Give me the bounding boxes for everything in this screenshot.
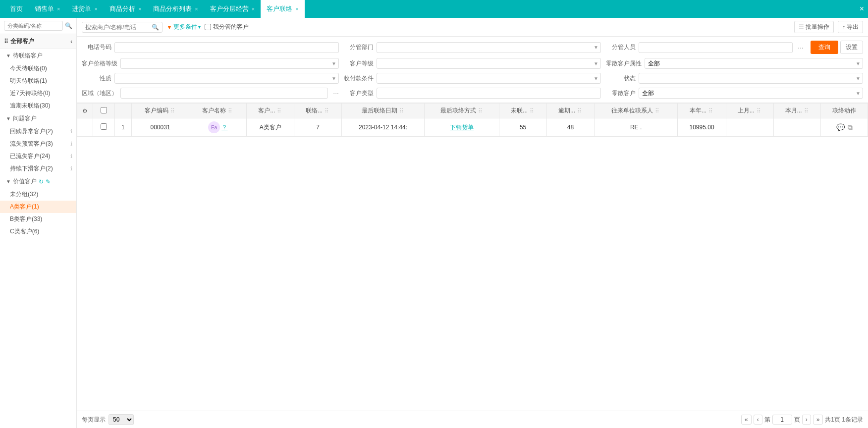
total-text: 共1页 1条记录 bbox=[825, 416, 863, 424]
page-end-label: 页 bbox=[794, 416, 800, 424]
person-input[interactable] bbox=[639, 42, 793, 53]
scatter-customer-select-wrap: 全部 ▼ bbox=[639, 88, 863, 99]
region-input[interactable] bbox=[120, 88, 328, 99]
more-icon[interactable]: ··· bbox=[798, 44, 804, 52]
filter-row-scatter-customer: 零散客户 全部 ▼ bbox=[606, 88, 863, 99]
th-this-month: 本月...⠿ bbox=[773, 104, 821, 118]
filter-row-region: 区域（地区） ··· bbox=[82, 88, 339, 99]
more-icon[interactable]: ··· bbox=[333, 89, 339, 97]
scatter-attr-select[interactable]: 全部 bbox=[645, 58, 863, 69]
search-icon[interactable]: 🔍 bbox=[152, 24, 159, 31]
dept-select[interactable] bbox=[377, 42, 601, 53]
sidebar-item-declining[interactable]: 持续下滑客户(2) ℹ bbox=[0, 162, 76, 175]
row-checkbox[interactable] bbox=[101, 123, 107, 130]
prev-page-button[interactable]: ‹ bbox=[754, 415, 762, 425]
td-this-month bbox=[773, 118, 821, 137]
nav-item-purchase[interactable]: 进货单 × bbox=[66, 0, 103, 18]
message-icon[interactable]: 💬 bbox=[836, 123, 845, 131]
close-icon[interactable]: × bbox=[94, 6, 97, 12]
sidebar-item-tomorrow-contact[interactable]: 明天待联络(1) bbox=[0, 75, 76, 87]
pagination: 每页显示 50 100 200 « ‹ 第 页 › » 共1页 1条记录 bbox=[77, 411, 868, 428]
sidebar-item-unclassified[interactable]: 未分组(32) bbox=[0, 188, 76, 201]
group-value-customer[interactable]: ▼ 价值客户 ↻ ✎ bbox=[0, 175, 76, 188]
refresh-icon[interactable]: ↻ bbox=[39, 178, 44, 185]
batch-operation-button[interactable]: ☰ 批量操作 bbox=[794, 21, 834, 33]
customer-grade-select-wrap: ▼ bbox=[377, 58, 601, 69]
setting-button[interactable]: 设置 bbox=[840, 41, 863, 54]
nav-item-customer-contact[interactable]: 客户联络 × bbox=[261, 0, 304, 18]
export-button[interactable]: ↑ 导出 bbox=[838, 21, 863, 33]
nav-item-home[interactable]: 首页 bbox=[4, 4, 29, 13]
payment-select[interactable] bbox=[377, 73, 601, 84]
close-icon[interactable]: × bbox=[57, 6, 60, 12]
my-customers-checkbox[interactable] bbox=[205, 24, 211, 30]
first-page-button[interactable]: « bbox=[741, 415, 752, 425]
search-icon[interactable]: 🔍 bbox=[65, 22, 72, 29]
main-layout: 🔍 ⠿ 全部客户 ‹ ▼ 待联络客户 今天待联络(0) 明天待联络(1) 近7天… bbox=[0, 18, 868, 428]
all-customers-header[interactable]: ⠿ 全部客户 ‹ bbox=[0, 34, 76, 49]
group-pending-contact[interactable]: ▼ 待联络客户 bbox=[0, 49, 76, 62]
th-settings[interactable]: ⚙ bbox=[77, 104, 93, 118]
more-filters-button[interactable]: ▼ 更多条件 ▾ bbox=[166, 23, 201, 31]
td-last-contact-date: 2023-04-12 14:44: bbox=[342, 118, 425, 137]
close-icon[interactable]: × bbox=[138, 6, 141, 12]
price-grade-select[interactable] bbox=[120, 58, 339, 69]
contact-method-link[interactable]: 下销货单 bbox=[450, 124, 474, 131]
sidebar-item-7day-contact[interactable]: 近7天待联络(0) bbox=[0, 87, 76, 100]
sidebar-item-class-b[interactable]: B类客户(33) bbox=[0, 213, 76, 225]
close-icon[interactable]: × bbox=[252, 6, 255, 12]
page-number-input[interactable] bbox=[772, 415, 792, 425]
close-icon[interactable]: × bbox=[195, 6, 198, 12]
filter-row-status: 状态 ▼ bbox=[606, 73, 863, 84]
th-checkbox bbox=[93, 104, 115, 118]
settings-icon[interactable]: ⚙ bbox=[82, 107, 88, 114]
edit-icon[interactable]: ✎ bbox=[46, 178, 51, 185]
sidebar-item-repeat-abnormal[interactable]: 回购异常客户(2) ℹ bbox=[0, 125, 76, 138]
my-customers-checkbox-label[interactable]: 我分管的客户 bbox=[205, 23, 249, 31]
sidebar-search-input[interactable] bbox=[4, 21, 63, 31]
group-problem-customer[interactable]: ▼ 问题客户 bbox=[0, 112, 76, 125]
filter-search-input[interactable] bbox=[85, 24, 150, 31]
status-select[interactable] bbox=[639, 73, 863, 84]
customer-type-input[interactable] bbox=[377, 88, 601, 99]
sidebar-item-class-c[interactable]: C类客户(6) bbox=[0, 225, 76, 238]
sidebar-item-churn-warning[interactable]: 流失预警客户(3) ℹ bbox=[0, 138, 76, 150]
customer-grade-select[interactable] bbox=[377, 58, 601, 69]
sidebar-item-today-contact[interactable]: 今天待联络(0) bbox=[0, 62, 76, 75]
next-page-button[interactable]: › bbox=[802, 415, 811, 425]
th-code: 客户编码⠿ bbox=[131, 104, 189, 118]
td-contact-count: 7 bbox=[294, 118, 342, 137]
nav-item-product-list[interactable]: 商品分析列表 × bbox=[147, 0, 204, 18]
sidebar-item-overdue-contact[interactable]: 逾期未联络(30) bbox=[0, 100, 76, 112]
close-icon[interactable]: × bbox=[295, 6, 298, 12]
export-icon: ↑ bbox=[842, 24, 845, 31]
sidebar-item-class-a[interactable]: A类客户(1) bbox=[0, 201, 76, 213]
td-last-month bbox=[726, 118, 773, 137]
nav-item-product[interactable]: 商品分析 × bbox=[104, 0, 147, 18]
scatter-customer-label: 零散客户 bbox=[606, 89, 636, 98]
close-all-button[interactable]: × bbox=[860, 4, 864, 13]
last-page-button[interactable]: » bbox=[813, 415, 823, 425]
td-settings bbox=[77, 118, 93, 137]
content-area: 🔍 ▼ 更多条件 ▾ 我分管的客户 ☰ 批量操作 ↑ 导出 bbox=[77, 18, 868, 428]
query-button[interactable]: 查询 bbox=[811, 41, 838, 54]
th-this-year: 本年...⠿ bbox=[678, 104, 726, 118]
phone-input[interactable] bbox=[114, 42, 339, 53]
page-size-select[interactable]: 50 100 200 bbox=[108, 414, 134, 425]
sidebar-item-churned[interactable]: 已流失客户(24) ℹ bbox=[0, 150, 76, 162]
scatter-customer-select[interactable]: 全部 bbox=[639, 88, 863, 99]
table-row: 1 000031 Ea ？ A类客户 7 2023-04-12 14:44: 下… bbox=[77, 118, 868, 137]
payment-select-wrap: ▼ bbox=[377, 73, 601, 84]
td-unit-contact: RE . bbox=[594, 118, 677, 137]
status-label: 状态 bbox=[606, 74, 636, 83]
collapse-icon[interactable]: ⠿ bbox=[4, 38, 8, 45]
td-name: Ea ？ bbox=[189, 118, 247, 137]
th-name: 客户名称⠿ bbox=[189, 104, 247, 118]
sidebar-collapse-icon[interactable]: ‹ bbox=[70, 38, 72, 45]
share-icon[interactable]: ⧉ bbox=[848, 123, 853, 132]
nav-item-customer-tier[interactable]: 客户分层经营 × bbox=[204, 0, 261, 18]
customer-name[interactable]: ？ bbox=[221, 124, 227, 131]
nature-select[interactable] bbox=[114, 73, 339, 84]
select-all-checkbox[interactable] bbox=[101, 107, 107, 113]
nav-item-sales[interactable]: 销售单 × bbox=[29, 0, 66, 18]
